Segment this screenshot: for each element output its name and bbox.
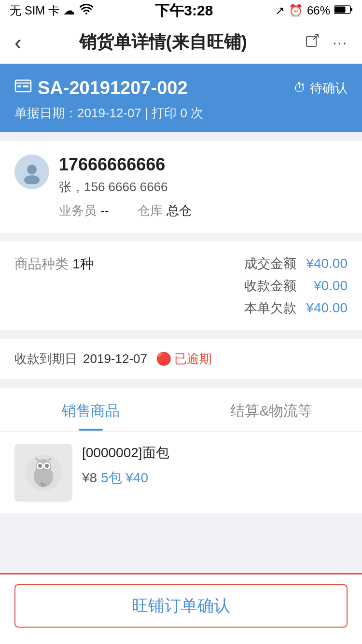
due-date-section: 收款到期日 2019-12-07 🔴 已逾期 [0,339,362,379]
customer-meta: 业务员 -- 仓库 总仓 [59,202,348,219]
order-date-info: 单据日期：2019-12-07 | 打印 0 次 [14,105,348,122]
amounts-section: 商品种类 1种 成交金额 ¥40.00 收款金额 ¥0.00 本单欠款 ¥40.… [0,241,362,330]
price-value: ¥8 [82,470,97,485]
amount-value-0: ¥40.00 [304,256,348,271]
price-total: ¥40 [125,470,148,485]
no-sim-label: 无 SIM 卡 ☁ [10,3,75,18]
back-button[interactable]: ‹ [14,30,22,55]
due-date-value: 2019-12-07 [83,351,147,366]
svg-point-8 [27,165,37,174]
tab-settlement[interactable]: 结算&物流等 [181,388,362,431]
confirm-order-button[interactable]: 旺铺订单确认 [14,584,348,628]
product-info: [0000002]面包 ¥8 5包 ¥40 [82,444,348,487]
nav-actions: ··· [305,32,348,53]
svg-rect-1 [350,8,352,11]
amount-label-1: 收款金额 [244,277,296,294]
battery-icon [334,4,352,17]
bottom-bar: 旺铺订单确认 [0,573,362,644]
tabs-row: 销售商品 结算&物流等 [0,388,362,431]
due-date-label: 收款到期日 [14,350,77,367]
svg-point-15 [38,464,42,468]
product-price: ¥8 5包 ¥40 [82,469,348,487]
overdue-icon: 🔴 [156,351,171,366]
overdue-badge: 🔴 已逾期 [156,350,212,367]
customer-phone: 17666666666 [59,154,348,175]
nav-bar: ‹ 销货单详情(来自旺铺) ··· [0,21,362,64]
svg-point-9 [24,175,40,184]
warehouse-label: 仓库 [138,202,163,219]
product-kind-value: 1种 [72,255,94,273]
price-qty: 5包 [101,470,122,485]
avatar [14,154,49,189]
order-header-card: SA-20191207-002 ⏱ 待确认 单据日期：2019-12-07 | … [0,64,362,132]
export-button[interactable] [305,32,321,53]
product-kind: 商品种类 1种 [14,255,94,273]
location-icon: ↗ [275,4,285,17]
amount-value-1: ¥0.00 [304,278,348,294]
status-time: 下午3:28 [155,1,213,21]
svg-text:智+: 智+ [41,483,47,487]
svg-rect-2 [334,7,345,13]
wifi-icon [80,4,93,17]
alarm-icon: ⏰ [289,4,303,17]
battery-label: 66% [307,4,330,17]
amounts-right: 成交金额 ¥40.00 收款金额 ¥0.00 本单欠款 ¥40.00 [244,255,348,317]
product-thumbnail: 智+ [14,444,72,502]
amount-row-2: 本单欠款 ¥40.00 [244,299,348,317]
product-section: 智+ [0000002]面包 ¥8 5包 ¥40 [0,432,362,513]
amount-label-2: 本单欠款 [244,299,296,317]
customer-name: 张，156 6666 6666 [59,179,348,196]
svg-point-16 [45,464,49,468]
amount-row-1: 收款金额 ¥0.00 [244,277,348,294]
amount-value-2: ¥40.00 [304,300,348,316]
tab-sales-products[interactable]: 销售商品 [0,388,181,431]
status-left: 无 SIM 卡 ☁ [10,3,93,18]
more-button[interactable]: ··· [333,34,348,51]
customer-details: 17666666666 张，156 6666 6666 业务员 -- 仓库 总仓 [59,154,348,219]
sales-meta: 业务员 -- [59,202,109,219]
product-kind-label: 商品种类 [14,255,69,273]
sales-label: 业务员 [59,202,97,219]
warehouse-value: 总仓 [167,202,192,219]
tabs-container: 销售商品 结算&物流等 [0,388,362,431]
svg-rect-7 [23,85,28,87]
order-header-top: SA-20191207-002 ⏱ 待确认 [14,77,348,99]
order-icon [14,77,32,99]
sales-value: -- [100,203,109,218]
page-title: 销货单详情(来自旺铺) [79,30,247,54]
overdue-text: 已逾期 [174,350,212,367]
order-status: ⏱ 待确认 [293,80,348,97]
status-bar: 无 SIM 卡 ☁ 下午3:28 ↗ ⏰ 66% [0,0,362,21]
order-id: SA-20191207-002 [14,77,188,99]
customer-info-row: 17666666666 张，156 6666 6666 业务员 -- 仓库 总仓 [14,154,348,219]
product-item-0: 智+ [0000002]面包 ¥8 5包 ¥40 [14,444,348,502]
product-name: [0000002]面包 [82,444,348,462]
amount-row-0: 成交金额 ¥40.00 [244,255,348,272]
amount-label-0: 成交金额 [244,255,296,272]
customer-section: 17666666666 张，156 6666 6666 业务员 -- 仓库 总仓 [0,141,362,233]
clock-icon: ⏱ [293,81,306,96]
status-right: ↗ ⏰ 66% [275,4,352,17]
svg-rect-6 [17,85,21,87]
warehouse-meta: 仓库 总仓 [138,202,192,219]
